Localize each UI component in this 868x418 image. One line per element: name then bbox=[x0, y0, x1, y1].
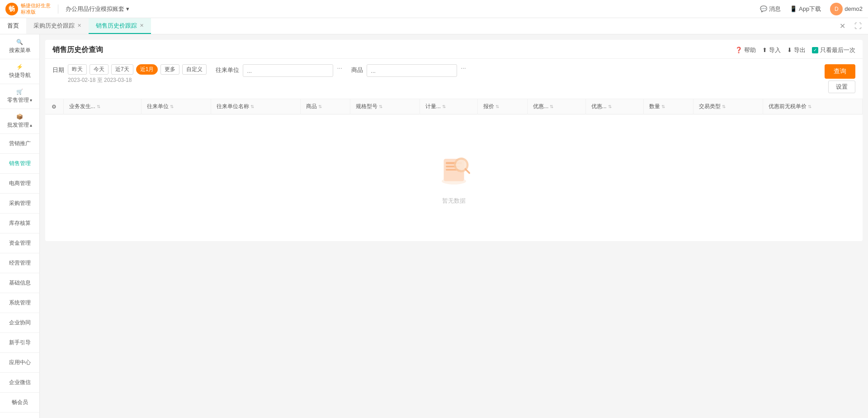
sidebar-item-marketing[interactable]: 营销推广 bbox=[0, 134, 39, 154]
show-last-checkbox-group[interactable]: ✓ 只看最后一次 bbox=[812, 46, 855, 54]
sidebar-item-quick-nav[interactable]: ⚡ 快捷导航 bbox=[0, 59, 39, 84]
avatar: D bbox=[830, 3, 843, 15]
sort-icon: ⇅ bbox=[808, 104, 811, 109]
sidebar-item-app-center[interactable]: 应用中心 bbox=[0, 353, 39, 373]
export-icon: ⬇ bbox=[787, 47, 792, 53]
maximize-btn[interactable]: ⛶ bbox=[852, 21, 864, 31]
col-trade-type[interactable]: 交易类型⇅ bbox=[693, 99, 763, 114]
partner-more-icon[interactable]: ··· bbox=[337, 64, 342, 71]
product-more-icon[interactable]: ··· bbox=[461, 64, 466, 71]
table-header-row: ⚙ 业务发生...⇅ 往来单位⇅ 往来单位名称⇅ 商品⇅ bbox=[45, 99, 863, 114]
show-last-checkbox[interactable]: ✓ bbox=[812, 47, 818, 53]
settings-button[interactable]: 设置 bbox=[828, 81, 855, 93]
content-area: 销售历史价查询 ❓ 帮助 ⬆ 导入 ⬇ 导出 ✓ bbox=[40, 34, 868, 418]
product-input[interactable] bbox=[367, 64, 457, 77]
date-btn-1month[interactable]: 近1月 bbox=[136, 64, 158, 75]
col-biz-date[interactable]: 业务发生...⇅ bbox=[63, 99, 141, 114]
tab-close-purchase[interactable]: ✕ bbox=[77, 23, 81, 28]
date-btn-more[interactable]: 更多 bbox=[160, 64, 179, 75]
export-btn[interactable]: ⬇ 导出 bbox=[787, 46, 806, 54]
logo-icon: 畅 bbox=[5, 3, 18, 15]
tab-purchase[interactable]: 采购历史价跟踪 ✕ bbox=[26, 18, 89, 34]
col-partner-name[interactable]: 往来单位名称⇅ bbox=[211, 99, 300, 114]
nav-icon: ⚡ bbox=[16, 64, 23, 70]
sort-icon: ⇅ bbox=[97, 104, 100, 109]
product-filter-group: 商品 ··· bbox=[351, 64, 466, 77]
user-menu[interactable]: D demo2 bbox=[830, 3, 863, 15]
top-bar-left: 畅 畅捷信好生意 标准版 办公用品行业模拟账套 ▾ bbox=[5, 3, 129, 15]
close-tab-btn[interactable]: ✕ bbox=[837, 21, 848, 31]
sidebar-item-retail[interactable]: 🛒 零售管理 ▾ bbox=[0, 84, 39, 109]
col-discount1[interactable]: 优惠...⇅ bbox=[528, 99, 585, 114]
page-title: 销售历史价查询 bbox=[52, 45, 103, 55]
sidebar-item-operations[interactable]: 经营管理 bbox=[0, 253, 39, 273]
sidebar-item-inventory[interactable]: 库存核算 bbox=[0, 214, 39, 233]
sort-icon: ⇅ bbox=[318, 104, 322, 109]
logo-text: 畅捷信好生意 标准版 bbox=[21, 3, 51, 14]
sidebar-item-wechat[interactable]: 企业微信 bbox=[0, 373, 39, 393]
date-btn-custom[interactable]: 自定义 bbox=[182, 64, 207, 75]
sidebar-item-system[interactable]: 系统管理 bbox=[0, 293, 39, 313]
col-pretax-price[interactable]: 优惠前无税单价⇅ bbox=[763, 99, 862, 114]
empty-illustration bbox=[434, 151, 474, 191]
sidebar-item-guide[interactable]: 新手引导 bbox=[0, 333, 39, 353]
col-product[interactable]: 商品⇅ bbox=[300, 99, 350, 114]
sidebar-item-wholesale[interactable]: 📦 批发管理 ▴ bbox=[0, 109, 39, 134]
col-quote[interactable]: 报价⇅ bbox=[478, 99, 528, 114]
page-header: 销售历史价查询 ❓ 帮助 ⬆ 导入 ⬇ 导出 ✓ bbox=[45, 40, 863, 59]
sort-icon: ⇅ bbox=[722, 104, 726, 109]
mobile-icon: 📱 bbox=[790, 5, 797, 12]
chevron-down-icon: ▾ bbox=[126, 5, 129, 12]
divider bbox=[58, 5, 58, 14]
filter-right: 查询 设置 bbox=[825, 64, 855, 93]
sort-icon: ⇅ bbox=[250, 104, 254, 109]
import-btn[interactable]: ⬆ 导入 bbox=[762, 46, 781, 54]
query-button[interactable]: 查询 bbox=[825, 64, 855, 79]
sort-icon: ⇅ bbox=[170, 104, 174, 109]
tab-home[interactable]: 首页 bbox=[0, 18, 26, 34]
col-spec[interactable]: 规格型号⇅ bbox=[350, 99, 420, 114]
date-btn-today[interactable]: 今天 bbox=[90, 64, 108, 75]
empty-state: 暂无数据 bbox=[45, 114, 863, 241]
sidebar-item-finance[interactable]: 资金管理 bbox=[0, 233, 39, 253]
product-filter-label: 商品 bbox=[351, 64, 363, 74]
tab-close-sales[interactable]: ✕ bbox=[140, 23, 144, 28]
sidebar-item-search[interactable]: 🔍 搜索菜单 bbox=[0, 34, 39, 59]
col-discount2[interactable]: 优惠...⇅ bbox=[585, 99, 643, 114]
main-layout: 🔍 搜索菜单 ⚡ 快捷导航 🛒 零售管理 ▾ 📦 批发管理 ▴ 营销推广 销售管… bbox=[0, 34, 868, 418]
sort-icon: ⇅ bbox=[608, 104, 612, 109]
sidebar-item-sales-mgmt[interactable]: 销售管理 bbox=[0, 154, 39, 174]
top-bar: 畅 畅捷信好生意 标准版 办公用品行业模拟账套 ▾ 💬 消息 📱 App下载 D… bbox=[0, 0, 868, 18]
retail-icon: 🛒 bbox=[16, 89, 23, 95]
date-btn-yesterday[interactable]: 昨天 bbox=[68, 64, 87, 75]
col-partner-code[interactable]: 往来单位⇅ bbox=[141, 99, 211, 114]
col-quantity[interactable]: 数量⇅ bbox=[643, 99, 693, 114]
sidebar-item-purchase-mgmt[interactable]: 采购管理 bbox=[0, 194, 39, 214]
wholesale-icon: 📦 bbox=[16, 114, 23, 120]
partner-filter-label: 往来单位 bbox=[216, 64, 239, 74]
sidebar-item-member[interactable]: 畅会员 bbox=[0, 393, 39, 413]
tab-actions: ✕ ⛶ bbox=[833, 18, 868, 34]
help-btn[interactable]: ❓ 帮助 bbox=[735, 46, 756, 54]
col-settings[interactable]: ⚙ bbox=[45, 99, 63, 114]
partner-input[interactable] bbox=[243, 64, 333, 77]
page-card: 销售历史价查询 ❓ 帮助 ⬆ 导入 ⬇ 导出 ✓ bbox=[45, 40, 863, 241]
sort-icon: ⇅ bbox=[495, 104, 499, 109]
sort-icon: ⇅ bbox=[550, 104, 553, 109]
sidebar-item-ecommerce[interactable]: 电商管理 bbox=[0, 174, 39, 194]
company-selector[interactable]: 办公用品行业模拟账套 ▾ bbox=[66, 5, 129, 13]
partner-filter-group: 往来单位 ··· bbox=[216, 64, 342, 77]
date-filter-label: 日期 bbox=[52, 64, 64, 74]
col-unit[interactable]: 计量...⇅ bbox=[420, 99, 477, 114]
tab-bar: 首页 采购历史价跟踪 ✕ 销售历史价跟踪 ✕ ✕ ⛶ bbox=[0, 18, 868, 34]
tab-sales[interactable]: 销售历史价跟踪 ✕ bbox=[89, 18, 151, 34]
logo-area: 畅 畅捷信好生意 标准版 bbox=[5, 3, 51, 15]
search-icon: 🔍 bbox=[16, 39, 23, 45]
app-download-btn[interactable]: 📱 App下载 bbox=[790, 5, 821, 13]
date-btn-7days[interactable]: 近7天 bbox=[111, 64, 133, 75]
page-header-actions: ❓ 帮助 ⬆ 导入 ⬇ 导出 ✓ 只看最后一次 bbox=[735, 46, 855, 54]
sidebar-item-enterprise[interactable]: 企业协同 bbox=[0, 313, 39, 333]
message-btn[interactable]: 💬 消息 bbox=[760, 5, 781, 13]
table-area: ⚙ 业务发生...⇅ 往来单位⇅ 往来单位名称⇅ 商品⇅ bbox=[45, 99, 863, 241]
sidebar-item-basic-info[interactable]: 基础信息 bbox=[0, 273, 39, 293]
